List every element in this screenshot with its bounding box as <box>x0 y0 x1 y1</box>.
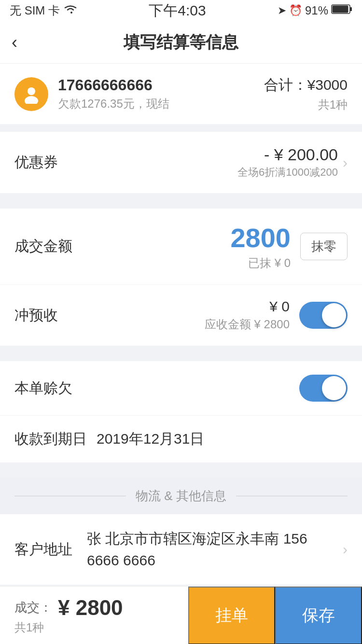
deal-amount-value: 2800 <box>230 222 291 253</box>
deal-amount-label: 成交金额 <box>14 237 72 256</box>
customer-count: 共1种 <box>264 97 348 112</box>
prepay-row: 冲预收 ¥ 0 应收金额 ¥ 2800 <box>0 285 362 346</box>
logistics-label: 物流 & 其他信息 <box>136 488 226 504</box>
address-row[interactable]: 客户地址 张 北京市市辖区海淀区永丰南 156 6666 6666 › <box>0 514 362 585</box>
round-zero-button[interactable]: 抹零 <box>300 233 348 260</box>
status-time: 下午4:03 <box>149 1 206 21</box>
total-amount: ¥3000 <box>307 77 348 93</box>
debt-off-section: 本单赊欠 收款到期日 2019年12月31日 <box>0 361 362 462</box>
logistics-line-right <box>236 496 348 496</box>
svg-point-3 <box>28 87 35 95</box>
debt-off-toggle[interactable] <box>299 375 348 402</box>
deal-amount-col: 2800 已抹 ¥ 0 <box>230 222 291 271</box>
content: 17666666666 欠款1276.35元，现结 合计：¥3000 共1种 优… <box>0 64 362 644</box>
deal-amount-right: 2800 已抹 ¥ 0 抹零 <box>230 222 348 271</box>
customer-info: 17666666666 欠款1276.35元，现结 <box>58 76 169 112</box>
customer-phone: 17666666666 <box>58 76 169 94</box>
chevron-right-icon: › <box>343 154 348 171</box>
location-icon: ➤ <box>278 4 286 17</box>
section-divider-3 <box>0 470 362 478</box>
deal-amount-sub: 已抹 ¥ 0 <box>248 255 291 271</box>
back-button[interactable]: ‹ <box>12 32 17 53</box>
prepay-amount: ¥ 0 <box>269 298 290 315</box>
due-date-value: 2019年12月31日 <box>97 429 204 449</box>
avatar <box>14 77 48 111</box>
total-label: 合计： <box>264 77 307 93</box>
deal-amount-section: 成交金额 2800 已抹 ¥ 0 抹零 冲预收 ¥ 0 应收金额 ¥ 2800 <box>0 209 362 346</box>
svg-rect-1 <box>350 7 352 11</box>
status-left: 无 SIM 卡 <box>10 3 77 18</box>
debt-off-right <box>299 375 348 402</box>
customer-left: 17666666666 欠款1276.35元，现结 <box>14 76 169 112</box>
due-date-row: 收款到期日 2019年12月31日 <box>0 416 362 462</box>
section-divider-2 <box>0 353 362 361</box>
coupon-desc: 全场6折满1000减200 <box>237 165 338 180</box>
nav-bar: ‹ 填写结算等信息 <box>0 21 362 64</box>
prepay-label: 冲预收 <box>14 306 58 325</box>
coupon-right: - ¥ 200.00 全场6折满1000减200 › <box>237 145 348 180</box>
address-chevron-icon: › <box>343 541 348 558</box>
alarm-icon: ⏰ <box>289 4 302 17</box>
bottom-deal-amount: ¥ 2800 <box>58 596 123 620</box>
coupon-row[interactable]: 优惠券 - ¥ 200.00 全场6折满1000减200 › <box>0 132 362 193</box>
prepay-col: ¥ 0 应收金额 ¥ 2800 <box>205 298 290 332</box>
coupon-amount: - ¥ 200.00 <box>237 145 338 164</box>
coupon-label: 优惠券 <box>14 153 58 172</box>
address-label: 客户地址 <box>14 540 72 560</box>
hang-button[interactable]: 挂单 <box>188 587 275 644</box>
battery-text: 91% <box>305 4 328 17</box>
logistics-header: 物流 & 其他信息 <box>0 478 362 514</box>
prepay-sub: 应收金额 ¥ 2800 <box>205 317 290 332</box>
section-divider-1 <box>0 201 362 209</box>
customer-card: 17666666666 欠款1276.35元，现结 合计：¥3000 共1种 <box>0 64 362 124</box>
debt-off-row: 本单赊欠 <box>0 361 362 416</box>
deal-amount-row: 成交金额 2800 已抹 ¥ 0 抹零 <box>0 209 362 285</box>
bottom-bar: 成交： ¥ 2800 共1种 挂单 保存 <box>0 586 362 644</box>
status-bar: 无 SIM 卡 下午4:03 ➤ ⏰ 91% <box>0 0 362 21</box>
svg-point-4 <box>25 96 38 104</box>
due-date-label: 收款到期日 2019年12月31日 <box>14 429 204 449</box>
prepay-toggle[interactable] <box>299 302 348 329</box>
customer-total: 合计：¥3000 <box>264 75 348 95</box>
status-right: ➤ ⏰ 91% <box>278 4 352 17</box>
battery-icon <box>331 4 352 17</box>
bottom-summary: 成交： ¥ 2800 共1种 <box>0 596 188 635</box>
customer-right: 合计：¥3000 共1种 <box>264 75 348 112</box>
bottom-deal-count: 共1种 <box>14 620 174 635</box>
bottom-deal-row: 成交： ¥ 2800 <box>14 596 174 620</box>
bottom-deal-label: 成交： <box>14 599 52 616</box>
wifi-icon <box>64 4 77 17</box>
customer-debt: 欠款1276.35元，现结 <box>58 96 169 112</box>
debt-off-label: 本单赊欠 <box>14 378 72 398</box>
address-value: 张 北京市市辖区海淀区永丰南 156 6666 6666 <box>87 528 343 571</box>
page-title: 填写结算等信息 <box>124 31 238 54</box>
coupon-discount: - ¥ 200.00 全场6折满1000减200 <box>237 145 338 180</box>
due-date-label-text: 收款到期日 <box>14 429 87 449</box>
save-button[interactable]: 保存 <box>275 587 362 644</box>
logistics-line-left <box>14 496 126 496</box>
prepay-right: ¥ 0 应收金额 ¥ 2800 <box>205 298 348 332</box>
svg-rect-2 <box>332 6 348 13</box>
sim-status: 无 SIM 卡 <box>10 3 60 18</box>
